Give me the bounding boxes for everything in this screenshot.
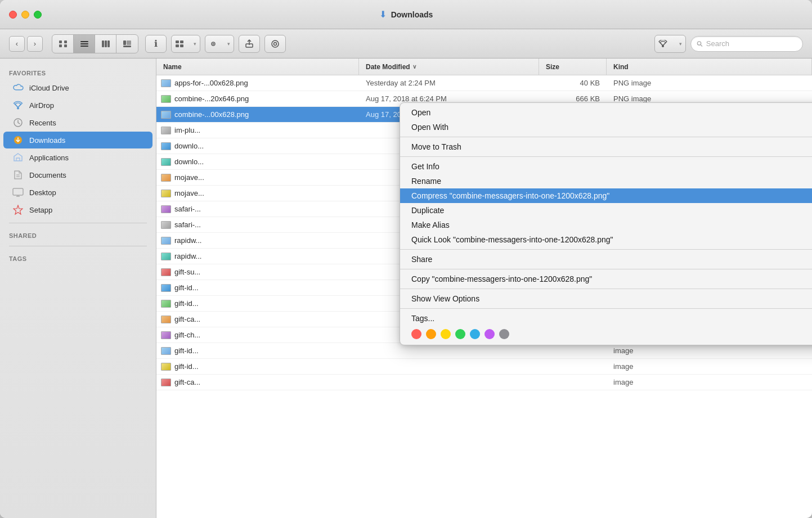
group-button[interactable]: ▾ <box>171 35 200 53</box>
info-button[interactable]: ℹ <box>145 35 167 53</box>
finder-window: ⬇ Downloads ‹ › <box>0 0 812 518</box>
column-headers: Name Date Modified ∨ Size Kind <box>156 58 812 75</box>
tag-button[interactable] <box>264 35 286 53</box>
airdrop-sidebar-icon <box>12 100 24 111</box>
svg-rect-1 <box>64 40 67 43</box>
tags-header: Tags <box>0 251 156 264</box>
minimize-button[interactable] <box>21 11 29 19</box>
ctx-sep-4 <box>400 269 812 269</box>
sidebar-item-downloads[interactable]: Downloads <box>3 132 152 148</box>
file-name-cell: apps-for-...00x628.png <box>156 79 359 87</box>
ctx-get-info[interactable]: Get Info <box>400 159 812 174</box>
file-thumbnail <box>161 300 171 308</box>
file-name-cell: gift-ch... <box>156 331 359 339</box>
sidebar-item-setapp[interactable]: Setapp <box>3 201 152 218</box>
kind-header[interactable]: Kind <box>607 58 812 75</box>
date-header[interactable]: Date Modified ∨ <box>359 58 539 75</box>
toolbar: ‹ › <box>0 29 812 58</box>
tag-dot-2[interactable] <box>441 329 451 339</box>
cover-view-button[interactable] <box>116 35 138 53</box>
file-thumbnail <box>161 174 171 182</box>
tag-dot-4[interactable] <box>470 329 480 339</box>
view-mode-buttons <box>52 34 138 53</box>
file-name: combine-...20x646.png <box>174 94 249 103</box>
group-icon <box>175 40 184 48</box>
file-kind: image <box>607 378 812 386</box>
tag-dot-1[interactable] <box>426 329 436 339</box>
ctx-compress[interactable]: Compress "combine-messagers-into-one-120… <box>400 188 812 203</box>
ctx-tag-colors <box>400 326 812 343</box>
sidebar-item-applications[interactable]: Applications <box>3 149 152 166</box>
action-button[interactable]: ▾ <box>205 35 234 53</box>
file-row[interactable]: gift-id... image <box>156 359 812 375</box>
ctx-share[interactable]: Share ▶ <box>400 252 812 267</box>
svg-rect-0 <box>59 40 62 43</box>
search-box[interactable] <box>690 36 803 52</box>
grid-icon <box>59 40 68 48</box>
file-thumbnail <box>161 347 171 355</box>
sidebar-item-setapp-label: Setapp <box>29 206 52 214</box>
forward-button[interactable]: › <box>27 36 43 52</box>
desktop-icon <box>12 187 24 198</box>
close-button[interactable] <box>9 11 17 19</box>
airdrop-arrow-icon: ▾ <box>679 41 682 47</box>
svg-rect-15 <box>176 44 179 47</box>
ctx-make-alias[interactable]: Make Alias <box>400 218 812 232</box>
icon-view-button[interactable] <box>52 35 74 53</box>
ctx-move-trash[interactable]: Move to Trash <box>400 139 812 154</box>
file-date: Yesterday at 2:24 PM <box>359 79 539 87</box>
ctx-rename[interactable]: Rename <box>400 174 812 188</box>
file-thumbnail <box>161 331 171 339</box>
ctx-tags[interactable]: Tags... <box>400 311 812 326</box>
ctx-duplicate[interactable]: Duplicate <box>400 203 812 218</box>
file-name-cell: gift-id... <box>156 299 359 308</box>
file-thumbnail <box>161 158 171 166</box>
column-view-button[interactable] <box>95 35 116 53</box>
file-name-cell: gift-id... <box>156 346 359 355</box>
search-icon <box>697 40 703 47</box>
file-name-cell: rapidw... <box>156 252 359 260</box>
file-name: gift-ca... <box>174 315 200 323</box>
ctx-show-view-options[interactable]: Show View Options <box>400 291 812 306</box>
ctx-copy[interactable]: Copy "combine-messagers-into-one-1200x62… <box>400 272 812 286</box>
file-row[interactable]: gift-ca... image <box>156 375 812 390</box>
sidebar-item-icloud[interactable]: iCloud Drive <box>3 79 152 96</box>
svg-rect-12 <box>123 46 131 47</box>
action-arrow-icon: ▾ <box>227 41 230 47</box>
name-header[interactable]: Name <box>156 58 359 75</box>
file-thumbnail <box>161 79 171 87</box>
ctx-open-with[interactable]: Open With ▶ <box>400 120 812 134</box>
sidebar-item-desktop-label: Desktop <box>29 188 56 197</box>
ctx-sep-3 <box>400 249 812 250</box>
search-input[interactable] <box>706 39 797 48</box>
file-kind: image <box>607 362 812 371</box>
file-name-cell: gift-ca... <box>156 378 359 386</box>
title-icon: ⬇ <box>379 9 387 20</box>
file-name: rapidw... <box>174 252 201 260</box>
file-row[interactable]: apps-for-...00x628.png Yesterday at 2:24… <box>156 75 812 91</box>
tag-dot-0[interactable] <box>411 329 421 339</box>
maximize-button[interactable] <box>34 11 42 19</box>
ctx-quick-look[interactable]: Quick Look "combine-messagers-into-one-1… <box>400 232 812 247</box>
airdrop-button[interactable]: ▾ <box>654 35 686 53</box>
ctx-open[interactable]: Open <box>400 105 812 120</box>
file-thumbnail <box>161 379 171 386</box>
share-button[interactable] <box>239 35 260 53</box>
share-icon <box>245 39 254 48</box>
back-button[interactable]: ‹ <box>9 36 25 52</box>
sidebar-item-recents[interactable]: Recents <box>3 114 152 131</box>
file-row[interactable]: gift-id... image <box>156 343 812 359</box>
file-name: mojave... <box>174 173 204 182</box>
sidebar-item-desktop[interactable]: Desktop <box>3 184 152 201</box>
file-name-cell: mojave... <box>156 189 359 197</box>
tag-dot-3[interactable] <box>455 329 465 339</box>
list-view-button[interactable] <box>74 35 95 53</box>
size-header[interactable]: Size <box>539 58 607 75</box>
tag-dot-5[interactable] <box>484 329 495 339</box>
file-name-cell: gift-ca... <box>156 315 359 323</box>
svg-rect-5 <box>80 43 88 44</box>
tag-dot-6[interactable] <box>499 329 509 339</box>
sidebar-item-documents[interactable]: Documents <box>3 166 152 183</box>
back-icon: ‹ <box>16 39 18 48</box>
sidebar-item-airdrop[interactable]: AirDrop <box>3 97 152 114</box>
